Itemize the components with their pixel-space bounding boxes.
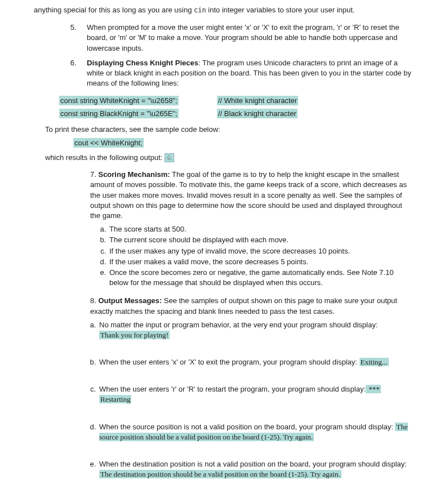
item4-post: into integer variables to store your use…: [206, 6, 355, 14]
section-7-heading: 7. Scoring Mechanism: The goal of the ga…: [90, 170, 414, 221]
sec8-c-pre: When the user enters 'r' or 'R' to resta…: [99, 385, 366, 393]
section-8-heading: 8. Output Messages: See the samples of o…: [90, 296, 414, 316]
sec8-b-hl: Exiting...: [360, 358, 389, 366]
item-5: When prompted for a move the user might …: [85, 23, 414, 54]
sec7-c: If the user makes any type of invalid mo…: [108, 246, 414, 256]
sec8-e: When the destination position is not a v…: [98, 459, 414, 479]
code-row-black: const string BlackKnight = "\u265E"; // …: [59, 109, 414, 119]
item-6: Displaying Chess Knight Pieces: The prog…: [85, 58, 414, 89]
item5-text: When prompted for a move the user might …: [87, 23, 400, 52]
sec8-a-hl: Thank you for playing!: [99, 331, 170, 339]
sec8-e-pre: When the destination position is not a v…: [99, 460, 407, 468]
sec7-bold: Scoring Mechanism:: [98, 170, 170, 179]
print-note: To print these characters, see the sampl…: [45, 125, 414, 135]
sec8-sublist: No matter the input or program behavior,…: [80, 320, 414, 480]
code-white-comment: // White knight character: [217, 96, 298, 105]
sec8-c: When the user enters 'r' or 'R' to resta…: [98, 384, 414, 405]
main-ordered-list: When prompted for a move the user might …: [69, 23, 414, 88]
sec7-label: 7.: [90, 170, 98, 179]
sec8-bold: Output Messages:: [98, 296, 162, 305]
sec7-b: The current score should be displayed wi…: [108, 235, 414, 245]
sec8-e-hl: The destination position should be a val…: [99, 470, 341, 478]
code-row-white: const string WhiteKnight = "\u2658"; // …: [59, 96, 414, 106]
sec8-b: When the user enters 'x' or 'X' to exit …: [98, 357, 414, 367]
sec8-c-hl2: Restarting: [99, 395, 131, 403]
cout-line: cout << WhiteKnight;: [73, 138, 144, 148]
code-black-comment: // Black knight character: [217, 109, 298, 118]
sec7-e: Once the score becomes zero or negative,…: [108, 268, 414, 288]
code-black-decl: const string BlackKnight = "\u265E";: [59, 109, 179, 118]
sec7-a: The score starts at 500.: [108, 224, 414, 234]
sec8-b-pre: When the user enters 'x' or 'X' to exit …: [99, 358, 360, 366]
code-white-decl: const string WhiteKnight = "\u2658";: [59, 96, 179, 105]
item4-tail: anything special for this as long as you…: [34, 5, 414, 15]
item6-bold: Displaying Chess Knight Pieces: [87, 59, 198, 67]
sec8-c-hl1: ***: [366, 385, 381, 393]
sec7-sublist: The score starts at 500. The current sco…: [90, 224, 414, 288]
sec8-d: When the source position is not a valid …: [98, 422, 414, 442]
sec7-d: If the user makes a valid move, the scor…: [108, 257, 414, 267]
sec8-a: No matter the input or program behavior,…: [98, 320, 414, 340]
sec8-d-pre: When the source position is not a valid …: [99, 423, 395, 431]
item4-pre: anything special for this as long as you…: [34, 6, 194, 14]
output-lead: which results in the following output:: [45, 153, 162, 162]
item4-code: cin: [194, 6, 206, 14]
sec8-label: 8.: [90, 296, 98, 305]
knight-glyph-icon: ♘: [165, 153, 174, 162]
sec8-a-pre: No matter the input or program behavior,…: [99, 321, 378, 329]
